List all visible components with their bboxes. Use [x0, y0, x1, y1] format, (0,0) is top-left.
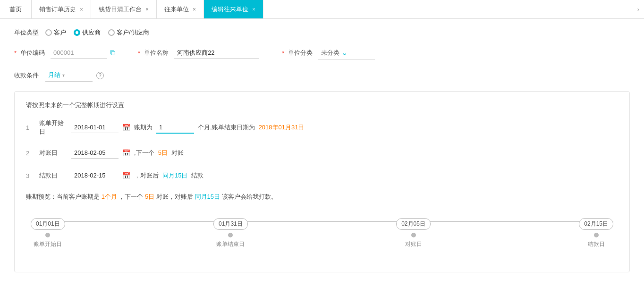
radio-supplier[interactable]: 供应商 — [74, 28, 101, 37]
code-name-category-row: * 单位编码 ⧉ * 单位名称 * 单位分类 未分类 ⌄ — [14, 46, 630, 59]
unit-category-group: * 单位分类 未分类 ⌄ — [282, 46, 375, 59]
row-label-1: 账单开始日 — [39, 119, 68, 136]
unit-type-label: 单位类型 — [14, 28, 39, 37]
period-row-2: 2 对账日 📅 ,下一个 5日 对账 — [26, 147, 618, 159]
reconcile-day-highlight: 5日 — [158, 149, 168, 157]
close-cash-work[interactable]: × — [145, 6, 149, 13]
timeline: 01月01日 账单开始日 01月31日 账单结束日 02月05日 对账日 02月… — [31, 211, 613, 262]
row-num-3: 3 — [26, 172, 35, 179]
close-edit-partner[interactable]: × — [252, 6, 255, 13]
preview-day-teal: 同月15日 — [195, 193, 220, 200]
payment-text-2: 结款 — [191, 171, 203, 180]
section-hint: 请按照未来的一个完整帐期进行设置 — [26, 101, 618, 110]
start-date-end-highlight: 2018年01月31日 — [259, 123, 305, 132]
close-sales-history[interactable]: × — [80, 6, 83, 13]
row-label-2: 对账日 — [39, 149, 68, 157]
timeline-point-1: 01月31日 账单结束日 — [213, 218, 248, 248]
timeline-points: 01月01日 账单开始日 01月31日 账单结束日 02月05日 对账日 02月… — [31, 218, 613, 248]
period-text-suffix-before-1: 账期为 — [134, 123, 153, 132]
row-num-2: 2 — [26, 150, 35, 157]
radio-group: 客户 供应商 客户/供应商 — [45, 28, 149, 37]
timeline-point-3: 02月15日 结款日 — [579, 218, 613, 248]
tab-sales-history[interactable]: 销售订单历史 × — [32, 0, 91, 18]
row-label-3: 结款日 — [39, 171, 68, 180]
unit-name-label: 单位名称 — [144, 49, 169, 57]
payment-text-1: ，对账后 — [134, 171, 159, 180]
close-partner[interactable]: × — [193, 6, 196, 13]
unit-code-input[interactable] — [51, 47, 107, 59]
payment-condition-row: 收款条件 月结 ▾ ? — [14, 69, 630, 82]
unit-category-label: 单位分类 — [288, 49, 313, 57]
tab-partner[interactable]: 往来单位 × — [157, 0, 204, 18]
radio-supplier-circle — [74, 29, 80, 36]
code-required-star: * — [14, 50, 17, 57]
preview-text: 账期预览：当前客户账期是 1个月 ，下一个 5日 对账，对账后 同月15日 该客… — [26, 193, 618, 201]
tl-label-1: 账单结束日 — [216, 240, 245, 248]
category-value: 未分类 — [321, 49, 339, 57]
tl-dot-1 — [228, 233, 233, 237]
reconcile-text-2: 对账 — [171, 149, 184, 157]
unit-code-group: * 单位编码 ⧉ — [14, 47, 115, 59]
tl-label-3: 结款日 — [588, 240, 605, 248]
unit-name-input[interactable] — [174, 47, 259, 59]
radio-customer[interactable]: 客户 — [45, 28, 66, 37]
tab-bar: 首页 销售订单历史 × 钱货日清工作台 × 往来单位 × 编辑往来单位 × › — [0, 0, 644, 19]
payment-date-input[interactable] — [71, 170, 119, 181]
reconcile-text-1: ,下一个 — [134, 149, 154, 157]
reconcile-date-calendar-icon[interactable]: 📅 — [122, 149, 130, 157]
tl-badge-3: 02月15日 — [579, 218, 613, 230]
name-required-star: * — [138, 50, 140, 57]
timeline-point-0: 01月01日 账单开始日 — [31, 218, 65, 248]
preview-text2: 对账，对账后 — [156, 193, 193, 200]
tab-edit-partner[interactable]: 编辑往来单位 × — [204, 0, 263, 18]
period-section: 请按照未来的一个完整帐期进行设置 1 账单开始日 📅 账期为 个月,账单结束日期… — [14, 91, 630, 272]
tab-cash-work[interactable]: 钱货日清工作台 × — [91, 0, 157, 18]
payment-condition-value: 月结 — [48, 71, 60, 79]
help-icon[interactable]: ? — [96, 72, 104, 79]
preview-day-orange: 5日 — [145, 193, 154, 200]
tl-badge-0: 01月01日 — [31, 218, 65, 230]
row-num-1: 1 — [26, 124, 35, 131]
start-date-input[interactable] — [71, 122, 119, 133]
preview-ending: 该客户会给我打款。 — [222, 193, 277, 200]
period-num-input[interactable] — [156, 122, 194, 134]
payment-condition-dropdown[interactable]: 月结 ▾ — [45, 69, 93, 82]
radio-customer-circle — [45, 29, 52, 36]
copy-icon[interactable]: ⧉ — [110, 49, 115, 57]
main-content: 单位类型 客户 供应商 客户/供应商 * 单位编码 ⧉ * 单位名称 — [0, 19, 644, 287]
payment-condition-label: 收款条件 — [14, 71, 39, 80]
preview-separator1: ，下一个 — [119, 193, 143, 200]
radio-both-circle — [108, 29, 115, 36]
radio-both[interactable]: 客户/供应商 — [108, 28, 149, 37]
tl-badge-2: 02月05日 — [396, 218, 431, 230]
category-required-star: * — [282, 50, 284, 57]
payment-date-calendar-icon[interactable]: 📅 — [122, 172, 130, 179]
period-row-1: 1 账单开始日 📅 账期为 个月,账单结束日期为 2018年01月31日 — [26, 119, 618, 136]
tl-label-2: 对账日 — [405, 240, 422, 248]
payment-day-highlight: 同月15日 — [162, 171, 187, 180]
unit-code-label: 单位编码 — [20, 49, 45, 57]
payment-condition-arrow: ▾ — [62, 73, 65, 78]
start-date-calendar-icon[interactable]: 📅 — [122, 124, 130, 131]
preview-label: 账期预览：当前客户账期是 — [26, 193, 100, 200]
tl-label-0: 账单开始日 — [34, 240, 62, 248]
tab-home[interactable]: 首页 — [0, 0, 32, 18]
tl-dot-0 — [45, 233, 50, 237]
category-dropdown-arrow: ⌄ — [341, 48, 347, 57]
tl-dot-3 — [594, 233, 599, 237]
tl-badge-1: 01月31日 — [213, 218, 248, 230]
unit-category-dropdown[interactable]: 未分类 ⌄ — [318, 46, 375, 59]
timeline-point-2: 02月05日 对账日 — [396, 218, 431, 248]
period-row-3: 3 结款日 📅 ，对账后 同月15日 结款 — [26, 170, 618, 181]
unit-type-row: 单位类型 客户 供应商 客户/供应商 — [14, 28, 630, 37]
unit-name-group: * 单位名称 — [138, 47, 259, 59]
tl-dot-2 — [411, 233, 416, 237]
preview-months: 1个月 — [102, 193, 117, 200]
reconcile-date-input[interactable] — [71, 147, 119, 159]
period-text-months: 个月,账单结束日期为 — [198, 123, 255, 132]
tab-nav-arrow[interactable]: › — [633, 0, 644, 18]
